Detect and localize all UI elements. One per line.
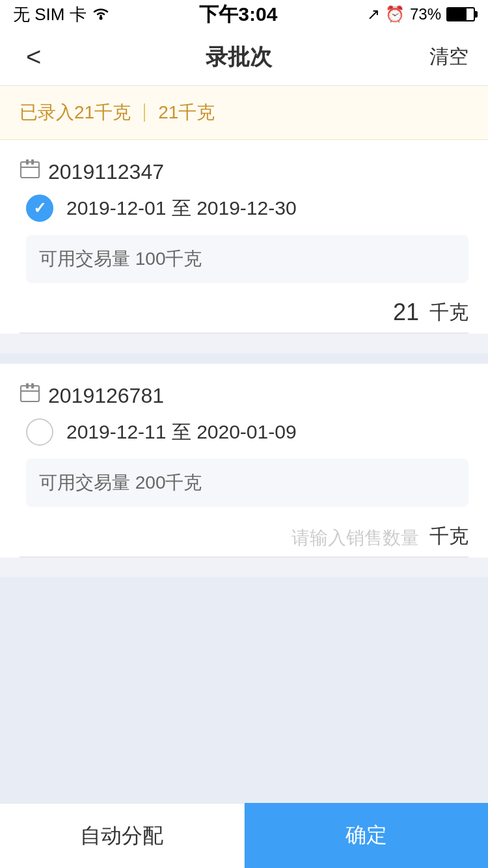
svg-rect-7 xyxy=(31,383,34,388)
svg-rect-6 xyxy=(26,383,29,388)
time-display: 下午3:04 xyxy=(199,1,277,28)
batch-1-header: 2019112347 xyxy=(20,159,468,184)
recorded-amount: 已录入21千克 xyxy=(20,100,131,125)
svg-rect-2 xyxy=(26,159,29,165)
svg-rect-1 xyxy=(21,162,39,178)
status-right: ↗ ⏰ 73% xyxy=(367,5,475,23)
location-icon: ↗ xyxy=(367,5,380,23)
battery-icon xyxy=(446,7,475,21)
batch-2-divider xyxy=(20,556,468,558)
batch-2-input-wrapper xyxy=(20,522,419,550)
info-banner: 已录入21千克 21千克 xyxy=(0,86,488,140)
batch-2-date-row: 2019-12-11 至 2020-01-09 xyxy=(20,418,468,446)
bottom-bar: 自动分配 确定 xyxy=(0,803,488,868)
batch-1-divider xyxy=(20,332,468,334)
batch-1-amount-row: 21 千克 xyxy=(0,283,488,326)
batch-1-radio[interactable] xyxy=(26,195,53,222)
status-left: 无 SIM 卡 xyxy=(13,3,110,26)
batch-1-icon xyxy=(20,159,40,184)
status-bar: 无 SIM 卡 下午3:04 ↗ ⏰ 73% xyxy=(0,0,488,29)
svg-rect-5 xyxy=(21,386,39,401)
batch-2-avail-box: 可用交易量 200千克 xyxy=(26,459,468,507)
sim-status: 无 SIM 卡 xyxy=(13,3,87,26)
batch-2-section: 2019126781 2019-12-11 至 2020-01-09 可用交易量… xyxy=(0,364,488,558)
batch-2-icon xyxy=(20,383,40,408)
clear-button[interactable]: 清空 xyxy=(429,44,468,70)
info-divider xyxy=(144,103,145,122)
auto-distribute-button[interactable]: 自动分配 xyxy=(0,803,245,868)
page-title: 录批次 xyxy=(206,42,272,72)
batch-1-id: 2019112347 xyxy=(48,160,164,184)
batch-1-avail-box: 可用交易量 100千克 xyxy=(26,235,468,283)
section-divider xyxy=(0,353,488,364)
batch-1-section: 2019112347 2019-12-01 至 2019-12-30 可用交易量… xyxy=(0,140,488,334)
batch-2-amount-row: 千克 xyxy=(0,507,488,550)
back-button[interactable]: < xyxy=(20,36,47,78)
batch-2-avail: 可用交易量 200千克 xyxy=(39,472,202,493)
batch-1-amount-value: 21 xyxy=(393,299,419,326)
batch-1-avail: 可用交易量 100千克 xyxy=(39,249,202,269)
batch-2-item: 2019126781 2019-12-11 至 2020-01-09 可用交易量… xyxy=(0,364,488,507)
nav-bar: < 录批次 清空 xyxy=(0,29,488,86)
batch-2-header: 2019126781 xyxy=(20,383,468,408)
wifi-icon xyxy=(92,5,110,25)
confirm-button[interactable]: 确定 xyxy=(245,803,489,868)
batch-2-id: 2019126781 xyxy=(48,384,164,408)
alarm-icon: ⏰ xyxy=(385,5,405,23)
total-amount: 21千克 xyxy=(158,100,215,125)
batch-2-radio[interactable] xyxy=(26,418,53,446)
batch-1-unit: 千克 xyxy=(429,299,468,326)
batch-1-date: 2019-12-01 至 2019-12-30 xyxy=(66,195,297,222)
svg-rect-3 xyxy=(31,159,34,165)
batch-2-unit: 千克 xyxy=(429,523,468,550)
batch-2-quantity-input[interactable] xyxy=(289,522,419,550)
battery-percent: 73% xyxy=(410,5,441,23)
batch-1-date-row: 2019-12-01 至 2019-12-30 xyxy=(20,195,468,222)
batch-2-date: 2019-12-11 至 2020-01-09 xyxy=(66,419,297,446)
svg-point-0 xyxy=(99,16,102,20)
batch-1-item: 2019112347 2019-12-01 至 2019-12-30 可用交易量… xyxy=(0,140,488,283)
